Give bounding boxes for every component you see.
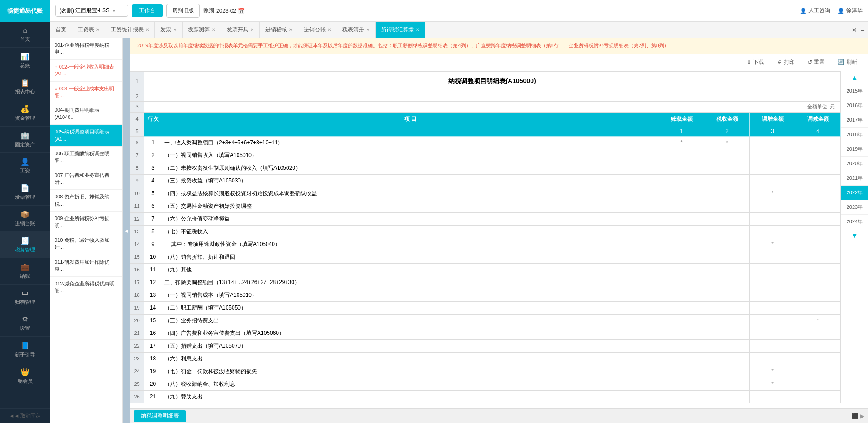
app-logo: 畅捷通易代账: [0, 0, 50, 22]
minimize-icon[interactable]: –: [861, 26, 864, 34]
workbench-button[interactable]: 工作台: [132, 4, 163, 17]
col-header-c4: 调减全额: [795, 112, 841, 126]
close-icon[interactable]: ✕: [416, 27, 419, 32]
left-panel: 001-企业所得税年度纳税申... 002-一般企业收入明细表(A1... 00…: [50, 38, 123, 423]
sidebar-item-report[interactable]: 📋 报表中心: [0, 74, 50, 100]
year-2021[interactable]: 2021年: [841, 171, 868, 186]
tab-invoice-calc[interactable]: 发票测算 ✕: [183, 22, 221, 38]
left-panel-item-012[interactable]: 012-减免企业所得税优惠明细...: [50, 277, 122, 299]
report-icon: 📋: [20, 79, 30, 87]
table-title: 纳税调整项目明细表(A105000): [144, 71, 841, 91]
sidebar-item-ledger[interactable]: 📊 总账: [0, 48, 50, 74]
year-2019[interactable]: 2019年: [841, 142, 868, 157]
sidebar-unpin-button[interactable]: ◄◄ 取消固定: [0, 408, 50, 423]
close-icon[interactable]: ✕: [327, 27, 331, 32]
scroll-indicator-right[interactable]: ▶: [860, 413, 864, 419]
year-2022[interactable]: 2022年: [841, 186, 868, 200]
year-2017[interactable]: 2017年: [841, 113, 868, 128]
left-panel-item-003[interactable]: 003-一般企业成本支出明细...: [50, 82, 122, 103]
sheet-tab-main[interactable]: 纳税调整明细表: [134, 410, 186, 422]
close-icon[interactable]: ✕: [173, 27, 177, 32]
tab-home[interactable]: 首页: [50, 22, 72, 38]
year-2016[interactable]: 2016年: [841, 98, 868, 113]
close-all-icon[interactable]: ✕: [852, 26, 857, 34]
close-icon[interactable]: ✕: [250, 27, 254, 32]
col-sub-2: 2: [704, 126, 750, 136]
tab-purchase-check[interactable]: 进销稽核 ✕: [260, 22, 298, 38]
sidebar-item-home[interactable]: ⌂ 首页: [0, 22, 50, 48]
table-row: 18 13 （一）视同销售成本（填写A105010）: [130, 289, 841, 301]
left-panel-item-006[interactable]: 006-职工薪酬纳税调整明细...: [50, 147, 122, 168]
tab-purchase-ledger[interactable]: 进销台账 ✕: [298, 22, 337, 38]
download-button[interactable]: ⬇ 下载: [743, 57, 768, 68]
tab-salary[interactable]: 工资表 ✕: [72, 22, 105, 38]
sidebar-item-finance[interactable]: 💰 资金管理: [0, 100, 50, 127]
year-2023[interactable]: 2023年: [841, 200, 868, 215]
scroll-indicator-left[interactable]: ⬛: [852, 413, 858, 419]
left-panel-item-007[interactable]: 007-广告费和业务宣传费附...: [50, 168, 122, 190]
support-button[interactable]: 👤 人工咨询: [800, 7, 830, 15]
avatar: 👤: [838, 8, 844, 14]
sidebar-item-label: 固定资产: [15, 141, 35, 148]
salary-icon: 👤: [20, 157, 30, 166]
left-panel-item-005[interactable]: 005-纳税调整项目明细表(A1...: [50, 125, 122, 147]
tab-tax-clear[interactable]: 税表清册 ✕: [337, 22, 376, 38]
tab-invoice-issue[interactable]: 发票开具 ✕: [221, 22, 260, 38]
year-2015[interactable]: 2015年: [841, 84, 868, 98]
company-select[interactable]: (勿删) 江西股宝-LSS ▼: [55, 5, 128, 17]
print-button[interactable]: 🖨 打印: [773, 57, 799, 68]
year-2024[interactable]: 2024年: [841, 215, 868, 229]
tab-salary-report[interactable]: 工资统计报表 ✕: [105, 22, 155, 38]
reset-button[interactable]: ↺ 重置: [804, 57, 828, 68]
right-content: 2019年度涉及取以前年度继续数据的申报表单元格需要手工维护正确，才能保证本年及…: [130, 38, 868, 423]
left-panel-item-008[interactable]: 008-资产折旧、摊销及纳税...: [50, 190, 122, 212]
left-panel-item-010[interactable]: 010-免税、减计收入及加计...: [50, 233, 122, 255]
tab-income-tax[interactable]: 所得税汇算缴 ✕: [376, 22, 425, 38]
spreadsheet-main[interactable]: 1 纳税调整项目明细表(A105000) 2 3 全额单位: [130, 71, 841, 408]
ledger-icon: 📊: [20, 52, 30, 61]
sidebar-item-salary[interactable]: 👤 工资: [0, 153, 50, 179]
left-panel-item-001[interactable]: 001-企业所得税年度纳税申...: [50, 38, 122, 60]
sidebar-item-archive[interactable]: 🗂 归档管理: [0, 285, 50, 310]
panel-collapse-button[interactable]: ◀: [123, 38, 130, 423]
sidebar-item-tax[interactable]: 🧾 税务管理: [0, 232, 50, 258]
sidebar-item-label: 资金管理: [15, 115, 35, 122]
year-panel: ▲ 2015年 2016年 2017年 2018年 2019年 2020年 20…: [841, 71, 868, 408]
year-2020[interactable]: 2020年: [841, 157, 868, 171]
refresh-button[interactable]: 🔄 刷新: [834, 57, 861, 68]
left-panel-item-011[interactable]: 011-研发费用加计扣除优惠...: [50, 255, 122, 277]
tab-label: 进销稽核: [265, 26, 287, 34]
sidebar-item-assets[interactable]: 🏢 固定资产: [0, 127, 50, 153]
sidebar-item-close[interactable]: 💼 结账: [0, 258, 50, 285]
sidebar-item-invoice[interactable]: 📄 发票管理: [0, 179, 50, 206]
calendar-icon[interactable]: 📅: [238, 8, 245, 14]
close-icon[interactable]: ✕: [96, 27, 99, 32]
sidebar-item-guide[interactable]: 📘 新手引导: [0, 337, 50, 363]
tab-invoice[interactable]: 发票 ✕: [155, 22, 183, 38]
table-row: 17 12 二、扣除类调整项目（13+14+...24+26+27+28+29+…: [130, 276, 841, 289]
table-row: 2: [130, 91, 841, 101]
col-sub-1: 1: [659, 126, 704, 136]
user-profile[interactable]: 👤 徐泽华: [838, 7, 863, 15]
close-icon[interactable]: ✕: [289, 27, 293, 32]
year-scroll-up[interactable]: ▲: [841, 71, 868, 84]
left-panel-item-002[interactable]: 002-一般企业收入明细表(A1...: [50, 60, 122, 82]
close-icon[interactable]: ✕: [212, 27, 215, 32]
close-icon[interactable]: ✕: [145, 27, 149, 32]
year-2018[interactable]: 2018年: [841, 128, 868, 142]
chevron-down-icon: ▼: [111, 8, 117, 14]
left-panel-item-009[interactable]: 009-企业所得税弥补亏损明...: [50, 212, 122, 233]
left-panel-item-004[interactable]: 004-期间费用明细表(A1040...: [50, 103, 122, 125]
table-row: 20 15 （三）业务招待费支出 *: [130, 314, 841, 327]
old-version-button[interactable]: 切到旧版: [166, 4, 200, 18]
purchase-icon: 📦: [20, 210, 30, 219]
year-scroll-down[interactable]: ▼: [841, 229, 868, 242]
close-icon: 💼: [20, 263, 30, 271]
row-number: 4: [130, 112, 144, 126]
sidebar-item-member[interactable]: 👑 畅会员: [0, 363, 50, 389]
close-icon[interactable]: ✕: [366, 27, 370, 32]
sidebar-item-settings[interactable]: ⚙ 设置: [0, 310, 50, 337]
table-row: 11 6 （五）交易性金融资产初始投资调整: [130, 200, 841, 212]
sidebar-item-purchase[interactable]: 📦 进销台账: [0, 206, 50, 232]
col-header-rownum: 行次: [144, 112, 162, 126]
